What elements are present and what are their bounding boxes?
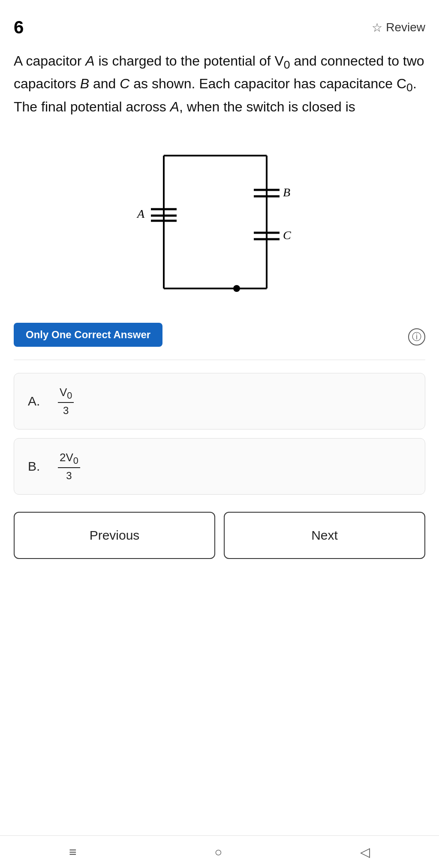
navigation-buttons: Previous Next <box>14 512 425 559</box>
question-text: A capacitor A is charged to the potentia… <box>14 51 425 117</box>
option-a-numerator: V0 <box>58 386 74 403</box>
info-icon[interactable]: ⓘ <box>408 328 425 345</box>
svg-point-19 <box>233 285 240 292</box>
answer-type-badge: Only One Correct Answer <box>14 323 162 347</box>
option-b-numerator: 2V0 <box>58 451 80 468</box>
options-list: A. V0 3 B. 2V0 3 <box>14 373 425 495</box>
home-icon[interactable]: ○ <box>214 845 222 859</box>
option-a-denominator: 3 <box>61 404 70 417</box>
next-button[interactable]: Next <box>224 512 425 559</box>
svg-text:B: B <box>283 186 290 199</box>
option-b[interactable]: B. 2V0 3 <box>14 438 425 495</box>
star-icon: ☆ <box>372 21 382 35</box>
option-a-label: A. <box>28 394 49 408</box>
answer-type-section: Only One Correct Answer ⓘ <box>14 323 425 351</box>
option-b-label: B. <box>28 459 49 474</box>
option-a-value: V0 3 <box>58 385 74 417</box>
back-icon[interactable]: ◁ <box>360 844 370 859</box>
question-number: 6 <box>14 17 24 38</box>
menu-icon[interactable]: ≡ <box>69 845 77 859</box>
option-a[interactable]: A. V0 3 <box>14 373 425 429</box>
review-label: Review <box>386 21 425 34</box>
circuit-diagram: A B C <box>14 130 425 310</box>
previous-button[interactable]: Previous <box>14 512 215 559</box>
review-button[interactable]: ☆ Review <box>372 21 425 35</box>
svg-text:C: C <box>283 228 291 242</box>
option-b-value: 2V0 3 <box>58 451 80 482</box>
bottom-navigation: ≡ ○ ◁ <box>0 835 439 868</box>
page-header: 6 ☆ Review <box>14 17 425 38</box>
section-divider <box>14 360 425 360</box>
svg-text:A: A <box>136 207 145 220</box>
option-b-denominator: 3 <box>64 469 73 482</box>
